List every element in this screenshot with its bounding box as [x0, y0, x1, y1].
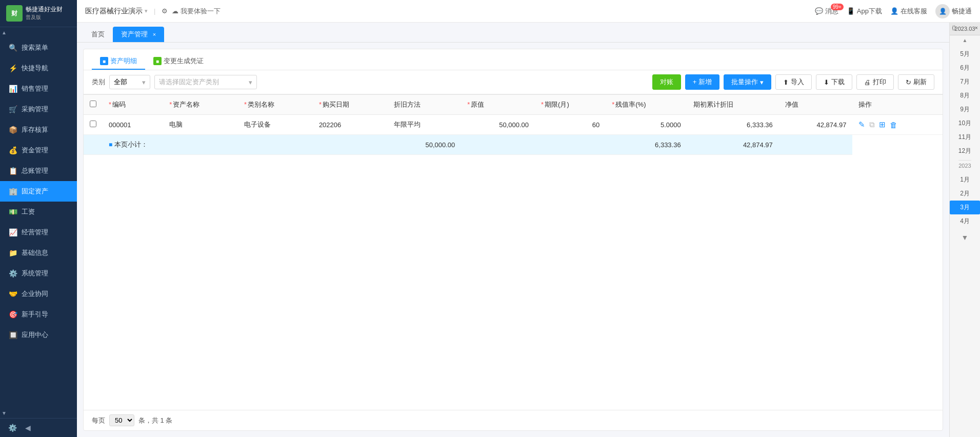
col-residual-rate: *残值率(%): [606, 95, 687, 115]
sub-tab-voucher-change[interactable]: ■ 变更生成凭证: [145, 53, 212, 70]
sidebar-item-fixed-assets[interactable]: 🏢 固定资产: [0, 181, 77, 202]
month-apr[interactable]: 4月: [950, 214, 980, 228]
sidebar-item-basic-info[interactable]: 📁 基础信息: [0, 243, 77, 263]
subtotal-residual-rate: [535, 135, 606, 155]
sidebar-item-label: 基础信息: [22, 248, 48, 257]
month-nov[interactable]: 11月: [950, 130, 980, 144]
import-button[interactable]: ⬆ 导入: [775, 74, 812, 90]
asset-detail-icon: ■: [100, 57, 108, 65]
sidebar-item-sales[interactable]: 📊 销售管理: [0, 78, 77, 99]
month-jul[interactable]: 7月: [950, 75, 980, 89]
app-download-button[interactable]: 📱 App下载: [847, 7, 882, 16]
app-icon: 🔲: [8, 331, 17, 339]
month-mar-current[interactable]: 3月: [950, 201, 980, 214]
collapse-icon[interactable]: ◀: [25, 424, 31, 432]
copy-icon[interactable]: ⧉: [869, 120, 875, 129]
col-period: *期限(月): [535, 95, 606, 115]
header-checkbox[interactable]: [84, 95, 103, 115]
settings-button[interactable]: ⚙: [162, 7, 168, 15]
main-area: 医疗器械行业演示 ▾ | ⚙ ☁ 我要体验一下 💬 消息 99+ 📱 App下载…: [77, 0, 980, 437]
sidebar-item-label: 固定资产: [22, 187, 48, 196]
total-label: 条，共 1 条: [138, 416, 172, 425]
sidebar-item-ledger[interactable]: 📋 总账管理: [0, 161, 77, 181]
company-selector[interactable]: 医疗器械行业演示 ▾: [85, 7, 148, 16]
download-button[interactable]: ⬇ 下载: [816, 74, 852, 90]
sidebar-item-label: 资金管理: [22, 146, 48, 155]
content-area: 首页 资产管理 × ■ 资产明细 ■ 变更生成凭证: [77, 23, 980, 437]
select-all-checkbox[interactable]: [90, 101, 96, 107]
category-detail-select[interactable]: 请选择固定资产类别 ▾: [154, 75, 257, 89]
new-label: + 新增: [693, 77, 712, 87]
sidebar-item-guide[interactable]: 🎯 新手引导: [0, 304, 77, 325]
print-button[interactable]: 🖨 打印: [856, 74, 894, 90]
messages-badge: 99+: [831, 4, 844, 10]
sidebar-item-search[interactable]: 🔍 搜索菜单: [0, 37, 77, 58]
tab-home[interactable]: 首页: [85, 27, 111, 42]
col-code: *编码: [103, 95, 163, 115]
month-may[interactable]: 5月: [950, 47, 980, 61]
edit-icon[interactable]: ✎: [858, 120, 865, 129]
delete-icon[interactable]: 🗑: [890, 121, 897, 129]
sidebar-item-system[interactable]: ⚙️ 系统管理: [0, 263, 77, 284]
month-dec[interactable]: 12月: [950, 144, 980, 158]
expand-icon[interactable]: ⟨⟩: [952, 25, 956, 31]
month-jan[interactable]: 1月: [950, 173, 980, 187]
category-select[interactable]: 全部 ▾: [109, 75, 150, 89]
month-jun[interactable]: 6月: [950, 61, 980, 75]
user-button[interactable]: 👤 畅捷通: [935, 4, 972, 18]
batch-button[interactable]: 批量操作 ▾: [724, 74, 771, 90]
sidebar-item-funds[interactable]: 💰 资金管理: [0, 140, 77, 161]
dropdown-arrow-icon: ▾: [145, 8, 148, 14]
sidebar-item-inventory[interactable]: 📦 库存核算: [0, 120, 77, 140]
sidebar-item-payroll[interactable]: 💵 工资: [0, 202, 77, 222]
tab-close-icon[interactable]: ×: [153, 31, 156, 37]
experience-label: 我要体验一下: [181, 7, 221, 16]
sidebar-item-label: 经营管理: [22, 228, 48, 237]
message-icon: 💬: [815, 7, 823, 15]
sidebar-item-enterprise[interactable]: 🤝 企业协同: [0, 284, 77, 304]
per-page-label: 每页: [92, 416, 105, 425]
current-year-months: 1月 2月 3月 4月: [950, 171, 980, 230]
month-sep[interactable]: 9月: [950, 103, 980, 116]
sub-tab-label: 资产明细: [110, 56, 137, 66]
tab-asset-management[interactable]: 资产管理 ×: [113, 27, 164, 42]
messages-button[interactable]: 💬 消息 99+: [815, 7, 838, 16]
duplicate-icon[interactable]: ⊞: [879, 120, 886, 129]
cell-depreciation-method: 年限平均: [388, 115, 462, 135]
sidebar-scroll-down[interactable]: ▼: [1, 409, 8, 417]
sidebar-item-app-center[interactable]: 🔲 应用中心: [0, 325, 77, 345]
close-icon[interactable]: ×: [975, 25, 978, 31]
per-page-select[interactable]: 50: [109, 414, 134, 426]
row-checkbox-cell[interactable]: [84, 115, 103, 135]
subtotal-label: 本页小计：: [114, 141, 148, 148]
calendar-scroll-down[interactable]: ▼: [950, 230, 980, 245]
calendar-year-month: 2023.03: [955, 26, 975, 32]
month-aug[interactable]: 8月: [950, 89, 980, 103]
sidebar-item-purchase[interactable]: 🛒 采购管理: [0, 99, 77, 120]
logo-text: 畅捷通好业财: [26, 6, 63, 14]
refresh-button[interactable]: ↻ 刷新: [898, 74, 934, 90]
experience-button[interactable]: ☁ 我要体验一下: [172, 7, 221, 16]
row-checkbox[interactable]: [90, 121, 96, 127]
category-placeholder: 请选择固定资产类别: [159, 77, 219, 87]
ledger-button[interactable]: 对账: [652, 74, 681, 90]
calendar-scroll-up[interactable]: ▲: [950, 35, 980, 45]
avatar-icon: 👤: [939, 8, 947, 15]
subtotal-actions: [779, 135, 853, 155]
month-feb[interactable]: 2月: [950, 187, 980, 201]
settings-icon[interactable]: ⚙️: [8, 424, 17, 432]
year-label: 2023: [958, 160, 971, 171]
sidebar-item-operations[interactable]: 📈 经营管理: [0, 222, 77, 243]
sidebar-item-quick-nav[interactable]: ⚡ 快捷导航: [0, 58, 77, 78]
month-oct[interactable]: 10月: [950, 116, 980, 130]
subtotal-initial-depreciation: 6,333.36: [606, 135, 687, 155]
new-button[interactable]: + 新增: [685, 74, 719, 90]
tab-label: 资产管理: [121, 30, 148, 38]
guide-icon: 🎯: [8, 310, 17, 319]
sub-tabs: ■ 资产明细 ■ 变更生成凭证: [84, 49, 943, 70]
sidebar-item-label: 快捷导航: [22, 64, 48, 73]
sub-tab-asset-detail[interactable]: ■ 资产明细: [92, 53, 145, 70]
sidebar-scroll-up[interactable]: ▲: [1, 29, 8, 36]
online-service-button[interactable]: 👤 在线客服: [890, 7, 927, 16]
sidebar-item-label: 应用中心: [22, 330, 48, 340]
